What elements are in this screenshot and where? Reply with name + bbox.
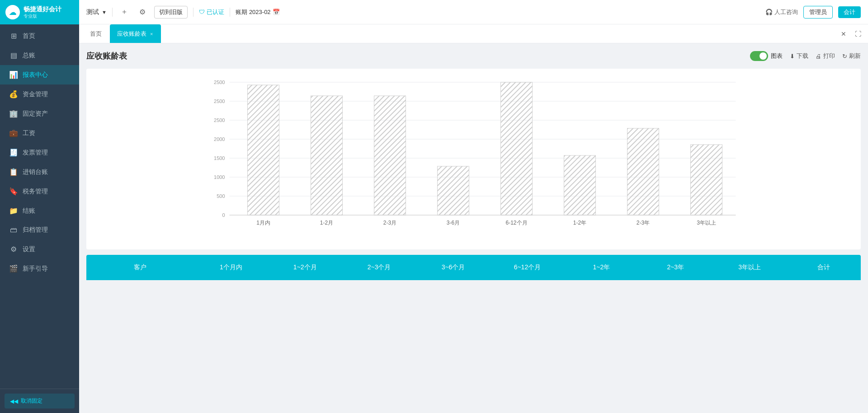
svg-text:500: 500: [217, 193, 225, 199]
svg-text:2-3年: 2-3年: [637, 220, 650, 226]
sidebar-item-guide[interactable]: 🎬新手引导: [0, 259, 79, 278]
add-button[interactable]: ＋: [118, 6, 131, 19]
tab-receivable-aging[interactable]: 应收账龄表 ×: [110, 24, 161, 43]
refresh-button[interactable]: ↻ 刷新: [842, 52, 861, 60]
sidebar-label-tax: 税务管理: [23, 188, 48, 196]
tab-active-label: 应收账龄表: [117, 30, 146, 38]
period-label: 账期: [236, 8, 247, 16]
sidebar-label-archive: 归档管理: [23, 226, 48, 234]
bar-3年以上: [691, 145, 722, 215]
sidebar-label-invoice: 发票管理: [23, 149, 48, 157]
close-window-button[interactable]: ✕: [837, 28, 850, 40]
sidebar-item-payroll[interactable]: 💼工资: [0, 123, 79, 143]
app-edition: 专业版: [24, 13, 61, 19]
sidebar-label-funds: 资金管理: [23, 90, 48, 99]
table-header-2: 1~2个月: [268, 263, 342, 272]
sidebar-item-archive[interactable]: 🗃归档管理: [0, 221, 79, 239]
cancel-fix-button[interactable]: ◀◀ 取消固定: [5, 394, 75, 408]
chart-toggle-switch[interactable]: [750, 51, 768, 61]
tab-home[interactable]: 首页: [83, 24, 109, 43]
sidebar-label-ledger: 总账: [23, 52, 35, 60]
consult-label: 人工咨询: [774, 8, 798, 16]
sidebar-item-ledger[interactable]: ▤总账: [0, 46, 79, 65]
bar-chart: 2500 2500 2500 2000 1500 1000 500 0: [95, 78, 852, 240]
sidebar-label-purchase-sales: 进销台账: [23, 168, 48, 176]
svg-text:2500: 2500: [214, 99, 225, 104]
topbar: 测试 ▼ ＋ ⚙ 切到旧版 🛡 已认证 账期 2023-02 📅 🎧 人工咨询 …: [79, 0, 868, 24]
sidebar-item-assets[interactable]: 🏢固定资产: [0, 104, 79, 123]
sidebar-item-settings[interactable]: ⚙设置: [0, 239, 79, 259]
page-content: 应收账龄表 图表 ⬇ 下载 🖨 打印 ↻: [79, 43, 868, 413]
settings-icon: ⚙: [9, 245, 18, 253]
print-button[interactable]: 🖨 打印: [816, 52, 835, 60]
sidebar-item-reports[interactable]: 📊报表中心: [0, 65, 79, 84]
sidebar-item-tax[interactable]: 🔖税务管理: [0, 182, 79, 201]
pin-icon: ◀◀: [10, 398, 18, 404]
svg-text:2000: 2000: [214, 136, 225, 142]
table-header-4: 3~6个月: [416, 263, 491, 272]
table-header-3: 2~3个月: [342, 263, 416, 272]
chevron-down-icon: ▼: [102, 9, 107, 15]
content-area: 应收账龄表 图表 ⬇ 下载 🖨 打印 ↻: [79, 43, 868, 413]
svg-text:2500: 2500: [214, 80, 225, 85]
download-icon: ⬇: [790, 53, 795, 60]
user-button[interactable]: 管理员: [803, 6, 833, 19]
bar-1-2月: [311, 96, 343, 215]
app-name: 畅捷通好会计: [24, 5, 61, 13]
table-header-9: 合计: [787, 263, 861, 272]
guide-icon: 🎬: [9, 264, 18, 273]
chart-toggle-label: 图表: [771, 52, 783, 60]
sidebar-label-settings: 设置: [23, 245, 35, 253]
svg-text:6-12个月: 6-12个月: [505, 220, 527, 226]
tab-close-icon[interactable]: ×: [149, 31, 154, 37]
company-selector[interactable]: 测试 ▼: [86, 8, 107, 16]
sidebar-item-home[interactable]: ⊞首页: [0, 26, 79, 46]
headset-icon: 🎧: [765, 9, 773, 15]
bar-6-12月: [501, 82, 533, 215]
sidebar-item-purchase-sales[interactable]: 📋进销台账: [0, 162, 79, 182]
chart-toggle[interactable]: 图表: [750, 51, 783, 61]
page-title: 应收账龄表: [86, 51, 127, 61]
calendar-icon[interactable]: 📅: [273, 9, 280, 15]
tab-home-label: 首页: [90, 30, 102, 38]
sidebar-item-closing[interactable]: 📁结账: [0, 201, 79, 221]
cancel-fix-label: 取消固定: [21, 397, 42, 405]
svg-text:1-2年: 1-2年: [573, 220, 586, 226]
archive-icon: 🗃: [9, 226, 18, 234]
svg-text:2-3月: 2-3月: [383, 220, 396, 226]
sidebar-label-reports: 报表中心: [23, 71, 48, 79]
bar-1-2年: [564, 155, 596, 215]
company-name: 测试: [86, 8, 99, 16]
download-button[interactable]: ⬇ 下载: [790, 52, 808, 60]
table-header-5: 6~12个月: [490, 263, 564, 272]
invoice-icon: 🧾: [9, 148, 18, 157]
funds-icon: 💰: [9, 90, 18, 99]
chart-container: 2500 2500 2500 2000 1500 1000 500 0: [86, 69, 861, 249]
topbar-divider-3: [230, 8, 230, 17]
sidebar-item-invoice[interactable]: 🧾发票管理: [0, 143, 79, 162]
home-icon: ⊞: [9, 32, 18, 40]
shield-icon: 🛡: [199, 9, 205, 15]
ledger-icon: ▤: [9, 51, 18, 60]
sidebar-item-funds[interactable]: 💰资金管理: [0, 84, 79, 104]
tabs-right: ✕ ⛶: [837, 28, 864, 40]
topbar-right: 🎧 人工咨询 管理员 会计: [765, 6, 861, 19]
sidebar-bottom: ◀◀ 取消固定: [0, 389, 79, 413]
settings-icon[interactable]: ⚙: [136, 6, 149, 19]
table-header-0: 客户: [86, 263, 194, 272]
switch-version-button[interactable]: 切到旧版: [154, 6, 188, 19]
sidebar: ☁ 畅捷通好会计 专业版 ⊞首页▤总账📊报表中心💰资金管理🏢固定资产💼工资🧾发票…: [0, 0, 79, 413]
table-header-1: 1个月内: [194, 263, 268, 272]
role-button[interactable]: 会计: [838, 6, 861, 18]
topbar-divider-1: [112, 8, 113, 17]
page-header: 应收账龄表 图表 ⬇ 下载 🖨 打印 ↻: [86, 51, 861, 61]
chart-area: 2500 2500 2500 2000 1500 1000 500 0: [95, 78, 852, 240]
svg-text:1-2月: 1-2月: [320, 220, 333, 226]
consult-button[interactable]: 🎧 人工咨询: [765, 8, 798, 16]
svg-text:3-6月: 3-6月: [447, 220, 460, 226]
expand-button[interactable]: ⛶: [852, 28, 864, 40]
sidebar-label-payroll: 工资: [23, 129, 35, 137]
svg-text:1月内: 1月内: [256, 220, 270, 226]
svg-text:2500: 2500: [214, 117, 225, 123]
table-header-6: 1~2年: [564, 263, 638, 272]
